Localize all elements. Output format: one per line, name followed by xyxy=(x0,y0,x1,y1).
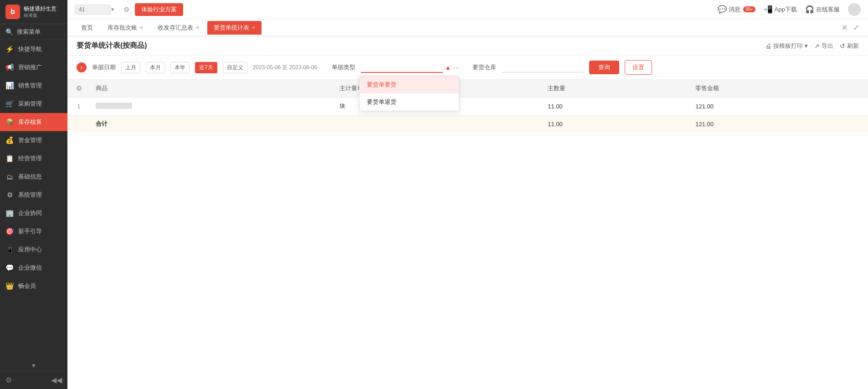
search-icon: 🔍 xyxy=(5,28,13,36)
top-header: ▾ ⚙ 体验行业方案 💬 消息 99+ 📲 App下载 🎧 在线客服 xyxy=(67,0,868,19)
type-select-wrapper: ▲ ··· xyxy=(361,62,460,73)
dropdown-order-goods-label: 要货单要货 xyxy=(367,81,396,88)
messages-item[interactable]: 💬 消息 99+ xyxy=(718,5,755,14)
query-btn[interactable]: 查询 xyxy=(589,61,619,74)
th-amount: 零售金额 xyxy=(690,80,868,97)
date-btn-this-month[interactable]: 本月 xyxy=(146,62,165,73)
member-icon: 👑 xyxy=(5,282,14,290)
purchase-icon: 🛒 xyxy=(5,100,14,108)
refresh-btn[interactable]: ↺ 刷新 xyxy=(840,42,859,50)
sidebar-item-operation[interactable]: 📋 经营管理 xyxy=(0,149,67,168)
date-btn-7days[interactable]: 近7天 xyxy=(195,62,217,73)
sidebar-item-label: 快捷导航 xyxy=(18,45,42,53)
th-goods: 商品 xyxy=(90,80,334,97)
th-amount-label: 零售金额 xyxy=(695,85,719,92)
footer-empty-1 xyxy=(67,115,90,133)
messages-badge: 99+ xyxy=(743,6,755,12)
tab-bar: 首页 库存批次账 × 收发存汇总表 × 要货单统计表 × ✕ ⤢ xyxy=(67,19,868,36)
avatar[interactable] xyxy=(848,3,861,16)
print-chevron: ▾ xyxy=(805,42,808,49)
tab-bar-close-btn[interactable]: ✕ xyxy=(840,21,849,34)
sidebar-item-basic[interactable]: 🗂 基础信息 xyxy=(0,168,67,186)
sidebar-item-label: 销售管理 xyxy=(18,82,42,90)
type-dropdown: 要货单要货 要货单退货 xyxy=(359,76,459,111)
table-body: 1 块 11.00 121.00 xyxy=(67,97,868,115)
filter-expand-btn[interactable]: › xyxy=(77,62,87,72)
date-btn-prev-month[interactable]: 上月 xyxy=(121,62,140,73)
dropdown-chevron[interactable]: ▾ xyxy=(111,6,114,13)
sidebar-bottom: ⚙ ◀◀ xyxy=(0,371,67,389)
online-service-item[interactable]: 🎧 在线客服 xyxy=(805,5,840,14)
sidebar-item-appstore[interactable]: 📱 应用中心 xyxy=(0,241,67,259)
type-select-input[interactable] xyxy=(361,62,443,73)
header-gear-icon[interactable]: ⚙ xyxy=(123,5,129,14)
sidebar-item-label: 采购管理 xyxy=(18,100,42,108)
th-quantity: 主数量 xyxy=(542,80,690,97)
operation-icon: 📋 xyxy=(5,154,14,163)
sidebar-item-system[interactable]: ⚙ 系统管理 xyxy=(0,186,67,204)
tab-order-stats-close[interactable]: × xyxy=(252,25,255,31)
date-btn-custom[interactable]: 自定义 xyxy=(223,62,247,73)
table-section: ⚙ 商品 主计量单位 主数量 零 xyxy=(67,80,868,389)
settings-icon[interactable]: ⚙ xyxy=(5,376,12,384)
filter-more-btn[interactable]: ··· xyxy=(453,63,460,72)
export-btn[interactable]: ↗ 导出 xyxy=(814,42,833,50)
collapse-icon[interactable]: ◀◀ xyxy=(51,376,62,384)
sidebar-item-label: 营销推广 xyxy=(18,63,42,72)
sidebar-item-member[interactable]: 👑 畅会员 xyxy=(0,277,67,295)
content-area: 要货单统计表(按商品) 🖨 按模板打印 ▾ ↗ 导出 ↺ 刷新 xyxy=(67,36,868,389)
sidebar-scroll-down[interactable]: ▼ xyxy=(0,360,67,371)
dropdown-order-return-label: 要货单退货 xyxy=(367,98,396,105)
print-label: 按模板打印 xyxy=(773,42,803,50)
sidebar-item-inventory[interactable]: 📦 库存核算 xyxy=(0,113,67,131)
tab-expand-btn[interactable]: ⤢ xyxy=(851,21,861,34)
th-settings[interactable]: ⚙ xyxy=(67,80,90,97)
th-quantity-label: 主数量 xyxy=(548,85,565,92)
sidebar-item-finance[interactable]: 💰 资金管理 xyxy=(0,131,67,149)
date-filter-label: 单据日期 xyxy=(92,63,116,72)
tab-receive-summary[interactable]: 收发存汇总表 × xyxy=(151,21,205,35)
goods-blurred xyxy=(96,102,132,109)
tab-receive-summary-label: 收发存汇总表 xyxy=(158,24,193,32)
messages-label: 消息 xyxy=(729,5,740,14)
sidebar-item-sales[interactable]: 📊 销售管理 xyxy=(0,77,67,95)
tab-receive-summary-close[interactable]: × xyxy=(196,25,199,31)
sidebar-item-newbie[interactable]: 🎯 新手引导 xyxy=(0,222,67,241)
marketing-icon: 📢 xyxy=(5,63,14,72)
cell-goods xyxy=(90,97,334,115)
sidebar-item-enterprise[interactable]: 🏢 企业协同 xyxy=(0,204,67,222)
dropdown-item-order-return[interactable]: 要货单退货 xyxy=(360,93,459,111)
app-download-label: App下载 xyxy=(775,5,797,14)
tab-inventory-batch-close[interactable]: × xyxy=(140,25,143,31)
print-btn[interactable]: 🖨 按模板打印 ▾ xyxy=(765,42,808,50)
sidebar-search-btn[interactable]: 🔍 搜索菜单 xyxy=(0,24,67,40)
app-download-item[interactable]: 📲 App下载 xyxy=(764,5,797,14)
tab-inventory-batch[interactable]: 库存批次账 × xyxy=(101,21,149,35)
table-settings-icon[interactable]: ⚙ xyxy=(76,84,82,92)
sidebar-item-label: 应用中心 xyxy=(18,246,42,254)
tab-home[interactable]: 首页 xyxy=(75,21,99,35)
settings-btn[interactable]: 设置 xyxy=(625,60,652,75)
message-icon: 💬 xyxy=(718,5,727,14)
sidebar-item-purchase[interactable]: 🛒 采购管理 xyxy=(0,95,67,113)
sidebar-nav: ⚡ 快捷导航 📢 营销推广 📊 销售管理 🛒 采购管理 📦 库存核算 💰 资金管… xyxy=(0,40,67,360)
system-icon: ⚙ xyxy=(5,191,14,199)
table-footer: 合计 11.00 121.00 xyxy=(67,115,868,133)
breadcrumb-input[interactable] xyxy=(75,5,111,15)
sidebar-item-weichat[interactable]: 💬 企业微信 xyxy=(0,259,67,277)
sidebar-item-quick-nav[interactable]: ⚡ 快捷导航 xyxy=(0,40,67,58)
date-btn-this-year[interactable]: 本年 xyxy=(170,62,190,73)
tab-order-stats[interactable]: 要货单统计表 × xyxy=(207,21,262,35)
tab-order-stats-label: 要货单统计表 xyxy=(214,24,249,32)
export-label: 导出 xyxy=(822,42,833,50)
print-icon: 🖨 xyxy=(765,42,771,50)
sidebar-item-marketing[interactable]: 📢 营销推广 xyxy=(0,58,67,77)
warehouse-input[interactable] xyxy=(502,62,584,72)
inventory-icon: 📦 xyxy=(5,118,14,126)
sidebar-item-label: 基础信息 xyxy=(18,173,42,181)
type-select-arrow[interactable]: ▲ xyxy=(445,64,451,71)
dropdown-item-order-goods[interactable]: 要货单要货 xyxy=(360,76,459,93)
trial-btn[interactable]: 体验行业方案 xyxy=(135,3,183,16)
tab-home-label: 首页 xyxy=(81,24,93,32)
logo-sub: 标准版 xyxy=(24,12,56,19)
